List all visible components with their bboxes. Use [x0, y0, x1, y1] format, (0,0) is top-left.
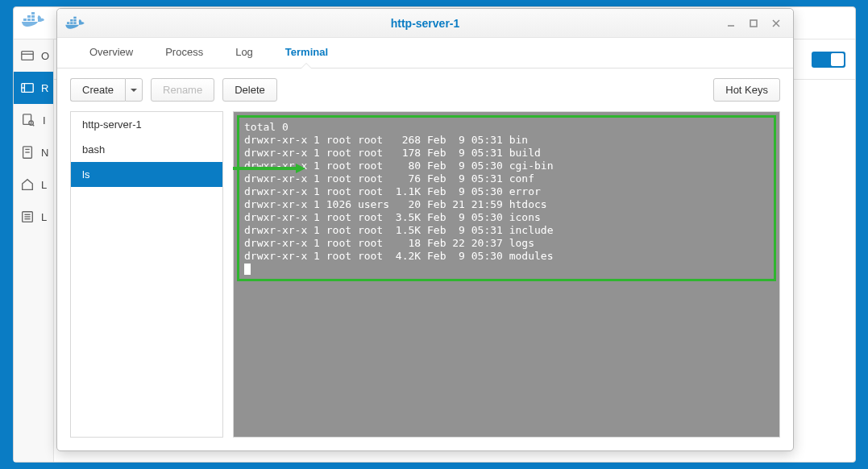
card-icon — [20, 48, 35, 64]
svg-rect-25 — [73, 19, 76, 22]
svg-rect-22 — [70, 22, 73, 24]
rename-button[interactable]: Rename — [151, 78, 214, 102]
svg-rect-6 — [22, 52, 33, 60]
bg-sidebar-label: L — [41, 211, 47, 223]
svg-rect-0 — [23, 19, 27, 21]
tab-terminal[interactable]: Terminal — [269, 38, 344, 68]
terminal-session-list: http-server-1 bash ls — [70, 111, 223, 438]
svg-line-13 — [32, 124, 34, 126]
svg-rect-28 — [750, 20, 757, 27]
bg-sidebar-label: R — [41, 82, 48, 94]
bg-sidebar-label: I — [43, 114, 46, 127]
create-dropdown-button[interactable] — [125, 78, 143, 102]
maximize-button[interactable] — [745, 15, 762, 32]
create-split-button: Create — [70, 78, 143, 102]
container-icon — [20, 80, 35, 96]
tab-overview[interactable]: Overview — [73, 38, 149, 68]
bg-sidebar-item-log[interactable]: L — [14, 201, 53, 233]
titlebar[interactable]: http-server-1 — [57, 9, 793, 38]
chevron-down-icon — [131, 89, 137, 92]
bg-sidebar-item-network[interactable]: L — [14, 168, 53, 201]
bg-sidebar-label: L — [41, 179, 47, 191]
session-item-bash[interactable]: bash — [71, 137, 222, 162]
hotkeys-button[interactable]: Hot Keys — [713, 78, 780, 102]
minimize-button[interactable] — [722, 15, 740, 32]
svg-rect-24 — [70, 19, 73, 22]
svg-rect-4 — [31, 15, 35, 18]
svg-rect-26 — [73, 16, 76, 19]
bg-sidebar-item-overview[interactable]: O — [14, 39, 53, 72]
terminal-output: total 0 drwxr-xr-x 1 root root 268 Feb 9… — [244, 121, 769, 276]
bg-sidebar: O R I N L — [14, 39, 54, 462]
delete-button[interactable]: Delete — [222, 78, 277, 102]
doc-icon — [20, 144, 35, 160]
tab-log[interactable]: Log — [219, 38, 269, 68]
highlight-box: total 0 drwxr-xr-x 1 root root 268 Feb 9… — [237, 115, 776, 281]
svg-rect-5 — [31, 12, 35, 15]
svg-rect-2 — [31, 19, 35, 21]
bg-sidebar-item-image[interactable]: N — [14, 136, 53, 168]
create-button[interactable]: Create — [70, 78, 125, 102]
close-button[interactable] — [767, 15, 785, 32]
session-item-ls[interactable]: ls — [71, 162, 222, 187]
terminal-toolbar: Create Rename Delete Hot Keys — [57, 68, 793, 111]
search-doc-icon — [20, 112, 36, 128]
docker-icon — [64, 15, 86, 31]
svg-rect-11 — [23, 114, 31, 125]
docker-icon — [20, 10, 46, 30]
bg-sidebar-item-container[interactable]: R — [14, 72, 53, 104]
bg-sidebar-label: N — [41, 147, 48, 159]
tab-process[interactable]: Process — [149, 38, 219, 68]
terminal-area[interactable]: total 0 drwxr-xr-x 1 root root 268 Feb 9… — [233, 111, 780, 438]
svg-rect-23 — [73, 22, 76, 24]
svg-rect-3 — [27, 15, 31, 18]
list-icon — [20, 209, 35, 225]
session-item-http-server-1[interactable]: http-server-1 — [71, 112, 222, 137]
container-details-window: http-server-1 Overview Process Log Termi… — [56, 8, 794, 451]
window-title: http-server-1 — [57, 17, 793, 30]
tabs: Overview Process Log Terminal — [57, 38, 793, 68]
bg-sidebar-label: O — [41, 50, 49, 62]
svg-rect-21 — [67, 22, 69, 24]
home-icon — [20, 176, 35, 193]
svg-rect-1 — [27, 19, 31, 21]
bg-sidebar-item-registry[interactable]: I — [14, 104, 53, 136]
toggle-switch[interactable] — [812, 52, 845, 68]
